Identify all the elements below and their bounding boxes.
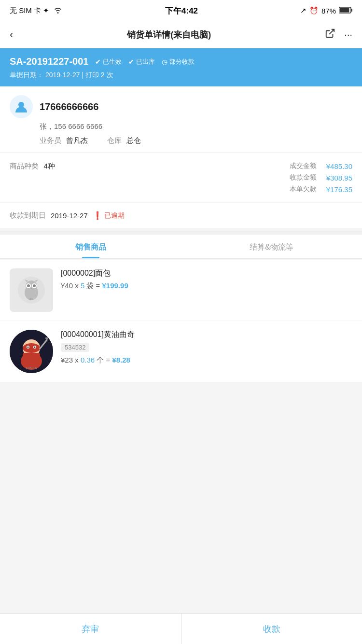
sales-person: 业务员 曾凡杰 — [40, 136, 88, 145]
collect-button[interactable]: 收款 — [181, 614, 362, 644]
location-icon: ↗ — [300, 6, 306, 15]
status-left: 无 SIM 卡 ✦ — [10, 6, 63, 15]
product-sku-2: 534532 — [61, 343, 89, 352]
check-icon-active: ✔ — [95, 58, 101, 66]
order-id: SA-20191227-001 — [10, 56, 88, 67]
wifi-icon — [53, 6, 63, 15]
svg-rect-2 — [339, 8, 349, 12]
svg-point-23 — [34, 347, 36, 348]
status-bar: 无 SIM 卡 ✦ 下午4:42 ↗ ⏰ 87% — [0, 0, 362, 21]
svg-point-10 — [27, 284, 30, 287]
share-icon[interactable] — [325, 28, 335, 41]
customer-meta: 业务员 曾凡杰 仓库 总仓 — [10, 136, 352, 145]
status-shipped: ✔ 已出库 — [128, 57, 155, 66]
stat-owed: 本单欠款 ¥176.35 — [290, 185, 352, 194]
svg-point-19 — [23, 343, 40, 353]
stats-left: 商品种类 4种 — [10, 162, 55, 171]
status-partial: ◷ 部分收款 — [162, 57, 195, 66]
status-right: ↗ ⏰ 87% — [300, 6, 352, 15]
product-info-2: [000400001]黄油曲奇 534532 ¥23 x 0.36 个 = ¥8… — [61, 330, 352, 365]
product-price-1: ¥40 x 5 袋 = ¥199.99 — [61, 281, 352, 291]
svg-rect-26 — [45, 337, 48, 339]
overdue-icon: ❗ — [93, 211, 102, 220]
svg-rect-24 — [23, 353, 40, 357]
customer-sub: 张，156 6666 6666 — [10, 122, 352, 131]
list-item: NINJA [000400001]黄油曲奇 534532 ¥23 x 0.36 … — [0, 321, 362, 382]
tabs-container: 销售商品 结算&物流等 — [0, 235, 362, 259]
check-icon-shipped: ✔ — [128, 58, 134, 66]
section-divider — [0, 231, 362, 235]
cancel-button[interactable]: 弃审 — [0, 614, 181, 644]
svg-point-22 — [28, 347, 29, 348]
warehouse: 仓库 总仓 — [107, 136, 141, 145]
product-list: 品+ [0000002]面包 ¥40 x 5 袋 = ¥199.99 — [0, 260, 362, 382]
bottom-bar: 弃审 收款 — [0, 613, 362, 644]
tab-sales-products[interactable]: 销售商品 — [0, 235, 181, 258]
product-thumbnail-2: NINJA — [10, 330, 53, 373]
banner-date: 单据日期： 2019-12-27 | 打印 2 次 — [10, 71, 352, 80]
product-thumbnail-1: 品+ — [10, 268, 53, 312]
tab-settlement[interactable]: 结算&物流等 — [181, 235, 362, 258]
sim-label: 无 SIM 卡 ✦ — [10, 6, 49, 15]
battery-label: 87% — [321, 7, 336, 15]
stat-received: 收款金额 ¥308.95 — [290, 173, 352, 182]
customer-section: 17666666666 张，156 6666 6666 业务员 曾凡杰 仓库 总… — [0, 86, 362, 152]
overdue-text: 已逾期 — [104, 211, 125, 220]
list-item: 品+ [0000002]面包 ¥40 x 5 袋 = ¥199.99 — [0, 260, 362, 321]
header-banner: SA-20191227-001 ✔ 已生效 ✔ 已出库 ◷ 部分收款 单据日期：… — [0, 48, 362, 86]
product-name-1: [0000002]面包 — [61, 268, 352, 279]
svg-text:NINJA: NINJA — [26, 366, 37, 370]
product-price-2: ¥23 x 0.36 个 = ¥8.28 — [61, 356, 352, 365]
back-button[interactable]: ‹ — [10, 28, 13, 41]
customer-avatar — [10, 95, 33, 118]
alarm-icon: ⏰ — [309, 6, 319, 15]
status-time: 下午4:42 — [165, 5, 198, 16]
overdue-badge: ❗ 已逾期 — [93, 211, 125, 220]
bottom-spacer — [0, 382, 362, 413]
stats-right: 成交金额 ¥485.30 收款金额 ¥308.95 本单欠款 ¥176.35 — [290, 162, 352, 194]
page-title: 销货单详情(来自电脑) — [127, 29, 211, 41]
svg-point-11 — [33, 284, 36, 287]
nav-bar: ‹ 销货单详情(来自电脑) ··· — [0, 21, 362, 48]
product-info-1: [0000002]面包 ¥40 x 5 袋 = ¥199.99 — [61, 268, 352, 291]
battery-icon — [339, 7, 352, 15]
svg-text:品+: 品+ — [29, 297, 33, 300]
product-name-2: [000400001]黄油曲奇 — [61, 330, 352, 340]
stat-transaction: 成交金额 ¥485.30 — [290, 162, 352, 170]
clock-icon: ◷ — [162, 58, 167, 66]
due-section: 收款到期日 2019-12-27 ❗ 已逾期 — [0, 203, 362, 228]
more-icon[interactable]: ··· — [344, 29, 352, 40]
svg-rect-1 — [351, 9, 352, 12]
stats-section: 商品种类 4种 成交金额 ¥485.30 收款金额 ¥308.95 本单欠款 ¥… — [0, 153, 362, 202]
nav-actions: ··· — [325, 28, 352, 41]
banner-order-row: SA-20191227-001 ✔ 已生效 ✔ 已出库 ◷ 部分收款 — [10, 56, 352, 67]
svg-line-3 — [329, 29, 334, 34]
status-active: ✔ 已生效 — [95, 57, 122, 66]
customer-row: 17666666666 — [10, 95, 352, 118]
customer-phone: 17666666666 — [40, 101, 98, 112]
